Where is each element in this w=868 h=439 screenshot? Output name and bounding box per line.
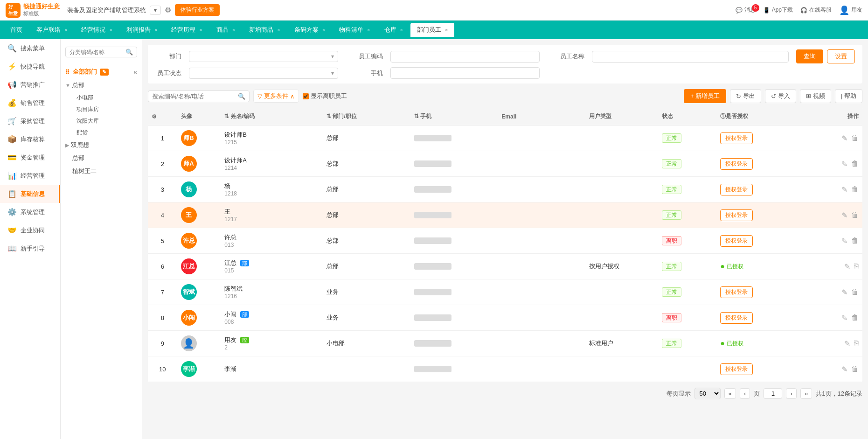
delete-icon[interactable]: 🗑 [851, 365, 859, 374]
delete-icon[interactable]: 🗑 [851, 185, 859, 194]
delete-icon[interactable]: 🗑 [851, 237, 859, 245]
sidebar-item-finance[interactable]: 💳 资金管理 [0, 148, 60, 167]
filter-status-select[interactable]: ▾ [189, 68, 338, 79]
export-btn[interactable]: ↻ 导出 [730, 89, 761, 103]
import-btn[interactable]: ↺ 导入 [765, 89, 796, 103]
dept-edit-icon[interactable]: ✎ [100, 69, 109, 76]
edit-icon[interactable]: ✎ [841, 134, 847, 143]
sidebar-item-sales[interactable]: 💰 销售管理 [0, 94, 60, 112]
sidebar-item-system[interactable]: ⚙️ 系统管理 [0, 203, 60, 221]
more-filter-btn[interactable]: ▽ 更多条件 ∧ [253, 90, 299, 103]
authorize-btn[interactable]: 授权登录 [720, 363, 753, 375]
edit-icon[interactable]: ✎ [841, 211, 847, 220]
dept-node-zongbu[interactable]: ▼ 总部 [61, 79, 142, 92]
tab-dept-staff[interactable]: 部门员工 × [410, 23, 454, 37]
show-resigned-label[interactable]: 显示离职员工 [303, 92, 347, 100]
authorize-btn[interactable]: 授权登录 [720, 209, 753, 221]
sidebar-item-guide[interactable]: 📖 新手引导 [0, 239, 60, 258]
sidebar-item-search[interactable]: 🔍 搜索菜单 [0, 39, 60, 57]
dept-node-shuanglu[interactable]: ▶ 双鹿想 [61, 139, 142, 152]
last-page-btn[interactable]: » [800, 388, 812, 399]
tab-goods[interactable]: 商品 × [210, 23, 242, 37]
authorize-btn[interactable]: 授权登录 [720, 184, 753, 195]
edit-icon[interactable]: ✎ [844, 339, 850, 348]
tab-barcode[interactable]: 条码方案 × [288, 23, 332, 37]
next-page-btn[interactable]: › [786, 388, 796, 399]
delete-icon[interactable]: 🗑 [851, 211, 859, 220]
authorize-btn[interactable]: 授权登录 [720, 132, 753, 144]
col-phone[interactable]: ⇅ 手机 [410, 108, 498, 125]
user-btn[interactable]: 👤 用友 [839, 5, 862, 15]
edit-icon[interactable]: ✎ [841, 185, 847, 194]
copy-icon[interactable]: ⎘ [854, 339, 859, 348]
sidebar-item-management[interactable]: 📊 经营管理 [0, 167, 60, 185]
dept-node-zhishu[interactable]: 植树王二 [61, 165, 142, 178]
tab-home[interactable]: 首页 [4, 23, 29, 37]
app-download-btn[interactable]: 📱 App下载 [763, 6, 793, 14]
delete-icon[interactable]: 🗑 [851, 160, 859, 168]
message-btn[interactable]: 💬 消息 5 [736, 6, 756, 14]
edit-icon[interactable]: ✎ [841, 314, 847, 322]
tab-new-goods[interactable]: 新增商品 × [243, 23, 286, 37]
delete-icon[interactable]: 🗑 [851, 288, 859, 297]
filter-row-1: 部门 ▾ 员工编码 员工名称 查询 设置 [155, 49, 855, 63]
reset-btn[interactable]: 设置 [827, 49, 855, 63]
col-dept[interactable]: ⇅ 部门/职位 [323, 108, 410, 125]
views-btn[interactable]: ⊞ 视频 [800, 89, 831, 103]
row-email [498, 279, 585, 305]
delete-icon[interactable]: 🗑 [851, 314, 859, 322]
page-number-input[interactable] [764, 388, 782, 399]
dept-node-xiangmuq[interactable]: 项目库房 [65, 104, 142, 115]
filter-empname-input[interactable] [592, 51, 789, 63]
authorize-btn[interactable]: 授权登录 [720, 235, 753, 247]
import-icon: ↺ [771, 93, 776, 100]
copy-icon[interactable]: ⎘ [854, 262, 859, 271]
sidebar-item-basic[interactable]: 📋 基础信息 [0, 185, 60, 203]
sidebar-item-purchase[interactable]: 🛒 采购管理 [0, 112, 60, 130]
authorize-btn[interactable]: 授权登录 [720, 286, 753, 298]
col-setting[interactable]: ⚙ [148, 108, 177, 125]
tab-history[interactable]: 经营历程 × [165, 23, 208, 37]
help-btn[interactable]: | 帮助 [835, 89, 862, 103]
edit-icon[interactable]: ✎ [841, 288, 847, 297]
tab-operations[interactable]: 经营情况 × [75, 23, 118, 37]
filter-phone-input[interactable] [390, 67, 540, 79]
sidebar-item-marketing[interactable]: 📢 营销推广 [0, 76, 60, 94]
col-name[interactable]: ⇅ 姓名/编码 [221, 108, 323, 125]
delete-icon[interactable]: 🗑 [851, 134, 859, 143]
authorize-btn[interactable]: 授权登录 [720, 158, 753, 170]
edit-icon[interactable]: ✎ [844, 262, 850, 271]
show-resigned-checkbox[interactable] [303, 93, 309, 99]
filter-dept-select[interactable]: ▾ [189, 51, 338, 62]
dept-node-xiaodibu[interactable]: 小电部 [65, 92, 142, 104]
system-dropdown-btn[interactable]: ▾ [150, 6, 161, 15]
gear-icon[interactable]: ⚙ [165, 6, 171, 14]
sidebar-item-inventory[interactable]: 📦 库存核算 [0, 130, 60, 148]
add-employee-btn[interactable]: + 新增员工 [684, 89, 726, 103]
query-btn[interactable]: 查询 [796, 49, 823, 63]
prev-page-btn[interactable]: ‹ [740, 388, 750, 399]
edit-icon[interactable]: ✎ [841, 160, 847, 168]
sidebar-item-collab[interactable]: 🤝 企业协同 [0, 221, 60, 239]
dept-node-shenyang[interactable]: 沈阳大库 [65, 115, 142, 127]
dept-node-zongbu2[interactable]: 总部 [61, 152, 142, 165]
tab-customer[interactable]: 客户联络 × [30, 23, 74, 37]
edit-icon[interactable]: ✎ [841, 237, 847, 245]
online-service-btn[interactable]: 🎧 在线客服 [800, 6, 832, 14]
experience-btn[interactable]: 体验行业方案 [175, 4, 220, 16]
dept-node-peihuo[interactable]: 配货 [65, 127, 142, 139]
search-input[interactable] [152, 93, 236, 100]
dept-search-input[interactable] [69, 49, 124, 56]
dept-collapse-btn[interactable]: « [133, 68, 137, 76]
row-status: 正常 [658, 125, 716, 151]
first-page-btn[interactable]: « [724, 388, 736, 399]
sidebar-item-shortcut[interactable]: ⚡ 快捷导航 [0, 57, 60, 76]
authorize-btn[interactable]: 授权登录 [720, 312, 753, 324]
tab-bom[interactable]: 物料清单 × [333, 23, 376, 37]
filter-empcode-input[interactable] [390, 51, 540, 63]
row-index: 8 [148, 305, 177, 331]
page-size-select[interactable]: 50 100 200 [694, 388, 721, 399]
edit-icon[interactable]: ✎ [841, 365, 847, 374]
tab-warehouse[interactable]: 仓库 × [378, 23, 410, 37]
tab-profit[interactable]: 利润报告 × [120, 23, 164, 37]
